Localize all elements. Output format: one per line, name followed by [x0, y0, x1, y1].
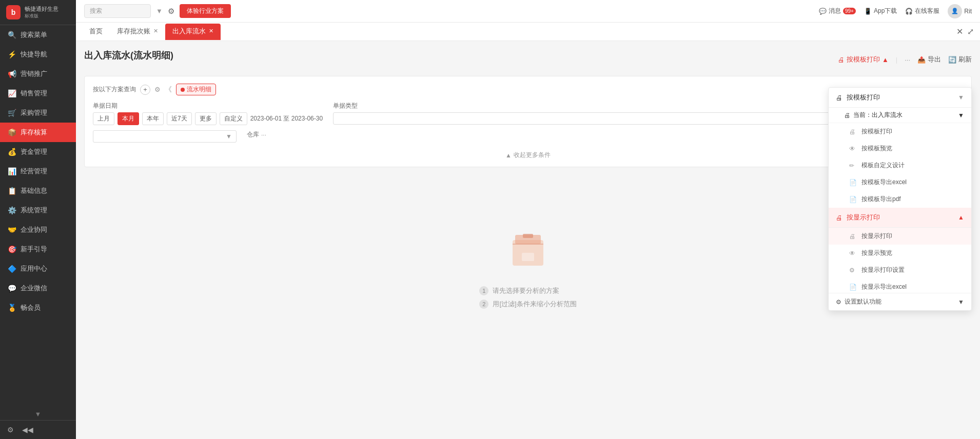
dropdown-display-preview-item[interactable]: 👁 按显示预览 [829, 245, 971, 262]
message-button[interactable]: 💬 消息 99+ [819, 7, 856, 15]
topbar-dropdown-icon[interactable]: ▼ [156, 7, 163, 15]
warehouse-label: 仓库 [247, 130, 259, 139]
user-area[interactable]: 👤 Rit [948, 4, 972, 18]
tab-batch[interactable]: 库存批次账 ✕ [110, 24, 165, 40]
filter-date-field: 单据日期 上月 本月 本年 近7天 更多 自定义 2023-06-01 至 20… [93, 102, 323, 125]
date-btn-more[interactable]: 更多 [195, 112, 217, 125]
date-btn-custom[interactable]: 自定义 [220, 112, 247, 125]
empty-step-2: 2 用[过滤]条件来缩小分析范围 [479, 300, 576, 309]
sidebar-item-purchase[interactable]: 🛒 采购管理 [0, 103, 76, 123]
sidebar-scroll-down[interactable]: ▼ [0, 408, 76, 420]
display-print-label: 按显示打印 [861, 232, 892, 241]
tab-batch-close[interactable]: ✕ [153, 28, 158, 34]
sidebar-item-wechat[interactable]: 💬 企业微信 [0, 278, 76, 298]
sidebar-item-operations[interactable]: 📊 经营管理 [0, 162, 76, 181]
sidebar-item-label: 基础信息 [21, 186, 47, 195]
print-arrow-icon: ▲ [882, 56, 889, 64]
collapse-sidebar-icon[interactable]: ◀◀ [22, 426, 33, 434]
tab-flow-close[interactable]: ✕ [209, 28, 213, 34]
action-more-dots[interactable]: ··· [905, 56, 910, 64]
page-content: 出入库流水(流水明细) 🖨 按模板打印 ▲ | ··· 📤 导出 🔄 刷新 [76, 41, 980, 439]
empty-state-illustration [502, 225, 554, 276]
online-service-button[interactable]: 🎧 在线客服 [905, 7, 939, 15]
dropdown-default-function[interactable]: ⚙ 设置默认功能 ▼ [829, 293, 971, 310]
app-download-icon: 📱 [864, 8, 872, 15]
page-header-actions: 🖨 按模板打印 ▲ | ··· 📤 导出 🔄 刷新 [838, 55, 972, 64]
date-range-display: 2023-06-01 至 2023-06-30 [250, 114, 323, 123]
sidebar-item-inventory[interactable]: 📦 库存核算 [0, 123, 76, 142]
date-btn-last-7[interactable]: 近7天 [167, 112, 192, 125]
sidebar-item-app-center[interactable]: 🔷 应用中心 [0, 259, 76, 278]
filter-settings-icon[interactable]: ⚙ [154, 86, 161, 93]
dropdown-template-pdf-item[interactable]: 📄 按模板导出pdf [829, 191, 971, 208]
printer-icon: 🖨 [836, 94, 842, 102]
expand-tab-btn[interactable]: ⤢ [967, 27, 974, 36]
topbar-settings-icon[interactable]: ⚙ [168, 7, 174, 16]
sidebar-item-guide[interactable]: 🎯 新手引导 [0, 240, 76, 259]
display-section-icon: 🖨 [836, 214, 842, 222]
export-action-button[interactable]: 📤 导出 [917, 55, 941, 64]
sidebar-item-marketing[interactable]: 📢 营销推广 [0, 64, 76, 84]
sidebar-item-sales[interactable]: 📈 销售管理 [0, 84, 76, 103]
dropdown-display-excel-item[interactable]: 📄 按显示导出excel [829, 278, 971, 293]
page-title: 出入库流水(流水明细) [84, 49, 173, 62]
trial-button[interactable]: 体验行业方案 [180, 4, 231, 18]
dropdown-template-excel-item[interactable]: 📄 按模板导出excel [829, 174, 971, 191]
business-type-select[interactable]: ▼ [93, 130, 237, 143]
default-function-icon: ⚙ [836, 298, 841, 306]
dropdown-template-print-item[interactable]: 🖨 按模板打印 [829, 123, 971, 140]
sidebar-item-label: 营销推广 [21, 69, 47, 78]
export-label: 导出 [928, 55, 941, 64]
dropdown-scroll-area: 🖨 按模板打印 ▼ 🖨 当前：出入库流水 ▼ 🖨 按模板打印 [829, 88, 971, 293]
sidebar-item-system[interactable]: ⚙️ 系统管理 [0, 201, 76, 220]
dropdown-display-print-item[interactable]: 🖨 按显示打印 [829, 228, 971, 245]
vip-icon: 🏅 [7, 304, 16, 312]
search-input[interactable]: 搜索 [84, 4, 151, 18]
search-icon: 🔍 [7, 31, 16, 39]
sidebar-item-basic[interactable]: 📋 基础信息 [0, 181, 76, 201]
main-area: 搜索 ▼ ⚙ 体验行业方案 💬 消息 99+ 📱 App下载 🎧 在线客服 👤 [76, 0, 980, 439]
refresh-action-button[interactable]: 🔄 刷新 [948, 55, 972, 64]
current-template-icon: 🖨 [844, 112, 850, 119]
warehouse-more-btn[interactable]: ··· [261, 131, 266, 138]
sidebar-footer: ⚙ ◀◀ [0, 420, 76, 439]
sidebar-item-search[interactable]: 🔍 搜索菜单 [0, 25, 76, 45]
date-btn-this-year[interactable]: 本年 [142, 112, 164, 125]
sidebar-item-label: 系统管理 [21, 206, 47, 215]
filter-collapse-button[interactable]: ▲ 收起更多条件 [505, 151, 551, 159]
display-section-expand-icon: ▲ [958, 214, 964, 221]
filter-add-button[interactable]: + [140, 85, 150, 95]
settings-footer-icon[interactable]: ⚙ [7, 426, 14, 434]
sidebar-item-finance[interactable]: 💰 资金管理 [0, 142, 76, 162]
dropdown-current-item[interactable]: 🖨 当前：出入库流水 ▼ [829, 108, 971, 123]
close-tab-btn[interactable]: ✕ [956, 27, 963, 36]
date-btn-this-month[interactable]: 本月 [117, 112, 139, 125]
sidebar-item-cooperation[interactable]: 🤝 企业协同 [0, 220, 76, 240]
dropdown-display-settings-item[interactable]: ⚙ 按显示打印设置 [829, 262, 971, 278]
tabs-bar: 首页 库存批次账 ✕ 出入库流水 ✕ ✕ ⤢ [76, 23, 980, 41]
dropdown-template-custom-item[interactable]: ✏ 模板自定义设计 [829, 157, 971, 174]
display-excel-icon: 📄 [849, 284, 857, 291]
dropdown-template-preview-item[interactable]: 👁 按模板预览 [829, 140, 971, 157]
dropdown-display-section-header[interactable]: 🖨 按显示打印 ▲ [829, 208, 971, 228]
template-custom-label: 模板自定义设计 [861, 161, 905, 170]
sidebar-item-label: 畅会员 [21, 303, 41, 312]
display-preview-label: 按显示预览 [861, 249, 892, 257]
app-logo-icon: b [6, 5, 21, 19]
message-icon: 💬 [819, 8, 827, 15]
app-download-button[interactable]: 📱 App下载 [864, 7, 897, 15]
current-template-label: 当前：出入库流水 [853, 111, 903, 119]
online-service-label: 在线客服 [915, 7, 939, 15]
dropdown-template-print-header[interactable]: 🖨 按模板打印 ▼ [829, 88, 971, 108]
dropdown-expand-icon: ▼ [958, 94, 964, 101]
filter-tag-dot [181, 88, 185, 92]
sidebar-item-quick-nav[interactable]: ⚡ 快捷导航 [0, 45, 76, 64]
filter-collapse-icon[interactable]: 《 [165, 85, 172, 94]
tab-home[interactable]: 首页 [82, 24, 110, 40]
sidebar-item-vip[interactable]: 🏅 畅会员 [0, 298, 76, 317]
topbar: 搜索 ▼ ⚙ 体验行业方案 💬 消息 99+ 📱 App下载 🎧 在线客服 👤 [76, 0, 980, 23]
print-action-button[interactable]: 🖨 按模板打印 ▲ [838, 55, 889, 64]
default-function-label: 设置默认功能 [845, 297, 881, 306]
date-btn-last-month[interactable]: 上月 [93, 112, 114, 125]
tab-flow[interactable]: 出入库流水 ✕ [165, 24, 221, 40]
